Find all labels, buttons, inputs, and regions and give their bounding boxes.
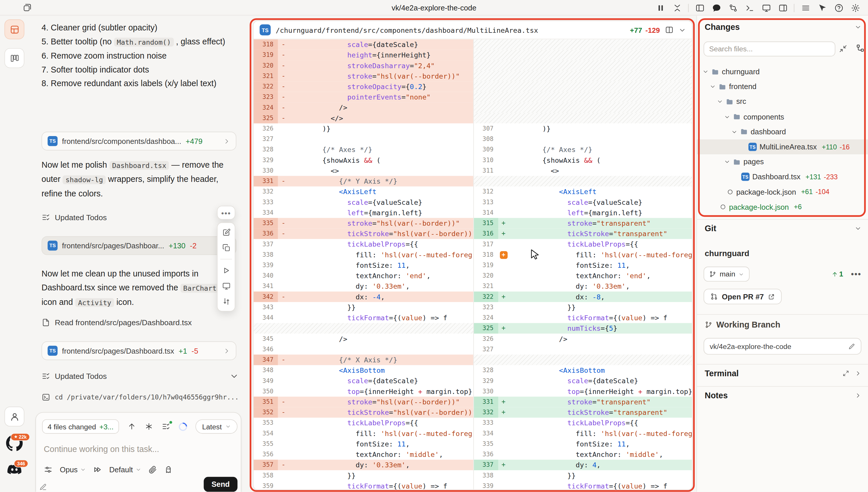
changes-tree-row[interactable]: package-lock.json+61-104 (697, 184, 868, 200)
diff-line-new: 313 scale={valueScale} (473, 197, 692, 207)
line-number: 330 (473, 386, 498, 397)
read-file-label: Read frontend/src/pages/Dashboard.tsx (55, 318, 192, 327)
inline-code: Math.random() (114, 38, 174, 46)
read-file-row[interactable]: Read frontend/src/pages/Dashboard.tsx (42, 318, 239, 327)
sliders-icon[interactable] (44, 465, 53, 474)
arrow-up-icon[interactable] (127, 422, 137, 431)
assistant-paragraph: Now let me polish Dashboard.tsx — remove… (42, 157, 234, 200)
commits-ahead[interactable]: 1 (831, 270, 843, 278)
panel-left-icon[interactable] (695, 3, 704, 12)
pencil-icon[interactable] (848, 343, 855, 350)
diff-line-new: 335 fontSize: 11, (473, 439, 692, 449)
file-chip-dashboard-component[interactable]: TS frontend/src/components/dashboa... +4… (42, 132, 236, 151)
code-text: {/* Axes */} (509, 145, 692, 155)
changes-tree-row[interactable]: src (697, 94, 868, 109)
more-actions-button[interactable]: ••• (851, 270, 861, 279)
monitor-icon[interactable] (222, 282, 231, 291)
diff-sign (498, 449, 509, 460)
paperclip-icon[interactable] (148, 465, 157, 474)
file-chip-dashboard-page[interactable]: TS frontend/src/pages/Dashboar... +130 -… (42, 236, 236, 255)
copy-icon[interactable] (222, 243, 231, 252)
mode-dropdown[interactable]: Default (109, 466, 141, 474)
version-dropdown[interactable]: Latest (195, 419, 237, 434)
file-chip-dashboard-page-2[interactable]: TS frontend/src/pages/Dashboard.tsx +1 -… (42, 341, 236, 360)
changes-tree-row[interactable]: dashboard (697, 124, 868, 140)
fast-forward-icon[interactable] (93, 465, 102, 474)
todos-icon[interactable] (162, 422, 171, 431)
working-branch-input[interactable]: vk/4e2a-explore-the-code (704, 338, 861, 354)
model-dropdown[interactable]: Opus (60, 466, 86, 474)
chevron-right-icon[interactable] (855, 370, 861, 376)
sparkle-icon[interactable] (145, 422, 154, 431)
collapse-tree-icon[interactable] (839, 44, 848, 53)
pause-icon[interactable] (656, 3, 665, 12)
send-button[interactable]: Send (204, 477, 237, 492)
text: 6. Remove zoom instruction noise (42, 51, 167, 60)
open-pr-button[interactable]: Open PR #7 (704, 289, 781, 304)
changes-tree-row[interactable]: churnguard (697, 64, 868, 79)
menu-icon[interactable] (801, 3, 810, 12)
play-icon[interactable] (222, 266, 231, 275)
chat-bubble-icon[interactable] (711, 3, 721, 12)
diff-line-new: 330 top={innerHeight + margin.top} (473, 386, 692, 397)
diff-header: TS /churnguard/frontend/src/components/d… (253, 21, 692, 39)
pointer-icon[interactable] (818, 3, 827, 12)
message-input[interactable]: Continue working on this task... (44, 444, 159, 453)
diff-sign (278, 249, 289, 260)
pen-icon[interactable] (39, 483, 47, 491)
file-tree-icon[interactable] (856, 44, 865, 53)
split-view-icon[interactable] (665, 26, 674, 34)
panel-right-icon[interactable] (778, 3, 787, 12)
help-icon[interactable] (834, 3, 843, 12)
file-name: frontend (729, 83, 756, 91)
diff-line-new: 309 {/* Axes */} (473, 145, 692, 155)
changes-tree-row[interactable]: package-lock.json+6 (697, 200, 868, 215)
rail-dashboard-button[interactable] (4, 20, 24, 40)
line-number: 313 (473, 197, 498, 207)
files-changed-button[interactable]: 4 files changed +3... (42, 419, 119, 434)
changes-tree-row[interactable]: TSDashboard.tsx+131-233 (697, 169, 868, 184)
collapse-panels-icon[interactable] (672, 3, 682, 12)
code-text: strokeDasharray="2,4" (289, 60, 473, 71)
changes-tree-row[interactable]: frontend (697, 79, 868, 94)
chevron-right-icon[interactable] (855, 392, 861, 399)
changes-tree-row[interactable]: pages (697, 154, 868, 169)
chevron-down-icon[interactable] (855, 24, 861, 30)
changes-tree-row[interactable]: components (697, 109, 868, 124)
files-changed-label: 4 files changed (48, 422, 96, 431)
chevron-down-icon[interactable] (679, 26, 686, 34)
account-button[interactable] (4, 407, 24, 427)
expand-icon[interactable] (842, 370, 849, 376)
rail-board-button[interactable] (4, 48, 24, 68)
text: 7. Softer tooltip indicator dots (42, 65, 149, 74)
settings-icon[interactable] (850, 3, 860, 12)
terminal-command-row[interactable]: cd /private/var/folders/10/h7w0q46556ggr… (42, 393, 239, 402)
windows-stack-icon[interactable] (23, 3, 32, 12)
updated-todos-row-2[interactable]: Updated Todos (42, 372, 239, 380)
changes-tree-row[interactable]: TSMultiLineArea.tsx+110-16 (697, 139, 868, 154)
edit-square-icon[interactable] (222, 228, 231, 237)
composer-status-row: 4 files changed +3... Latest (42, 419, 236, 434)
line-number: 337 (253, 239, 278, 249)
notes-section-header[interactable]: Notes (705, 391, 861, 400)
kanban-columns-icon (9, 53, 20, 63)
ghost-icon[interactable] (164, 465, 173, 474)
compare-arrows-icon[interactable] (222, 297, 231, 306)
line-number: 308 (473, 134, 498, 144)
terminal-section-header[interactable]: Terminal (705, 368, 861, 378)
code-text: textAnchor: 'end', (509, 270, 692, 281)
chevron-down-icon[interactable] (855, 225, 861, 231)
chevron-down-icon[interactable] (230, 372, 239, 380)
diff-sign (498, 428, 509, 439)
message-hover-toolbar (217, 222, 235, 312)
monitor-icon[interactable] (761, 3, 771, 12)
git-compare-icon[interactable] (728, 3, 738, 12)
terminal-icon[interactable] (745, 3, 754, 12)
message-more-button[interactable]: ••• (217, 206, 235, 220)
search-files-input[interactable]: Search files... (704, 42, 836, 56)
chevron-right-icon (223, 138, 230, 145)
add-comment-button[interactable]: + (500, 251, 508, 259)
diff-sign (498, 134, 509, 144)
branch-selector[interactable]: main (704, 267, 750, 281)
updated-todos-row[interactable]: Updated Todos (42, 213, 239, 222)
